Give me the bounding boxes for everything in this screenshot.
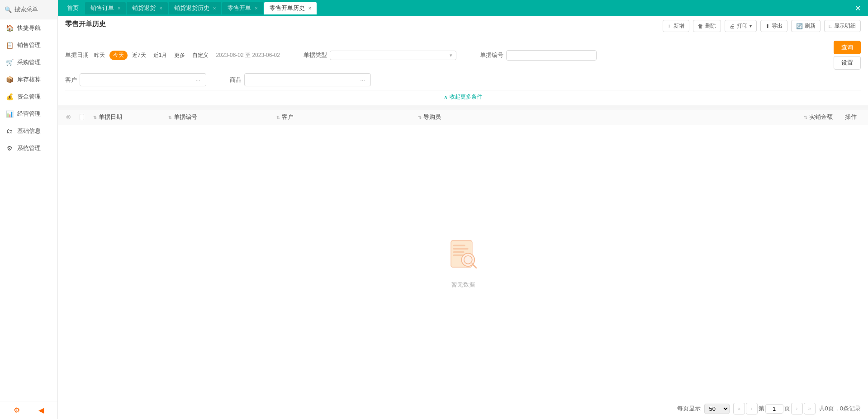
- customer-filter-label: 客户: [65, 76, 77, 84]
- sidebar-search-label: 搜索采单: [14, 5, 38, 14]
- sidebar-item-sys-mgmt[interactable]: ⚙ 系统管理: [0, 140, 57, 157]
- goods-dots-icon[interactable]: ···: [358, 75, 367, 85]
- col-header-settings[interactable]: [62, 110, 75, 124]
- col-header-check[interactable]: [75, 110, 89, 124]
- col-guide-label: 导购员: [423, 113, 441, 121]
- sidebar-item-basic-info[interactable]: 🗂 基础信息: [0, 122, 57, 140]
- page-next-button[interactable]: ›: [791, 403, 803, 414]
- sidebar-search[interactable]: 🔍 搜索采单: [0, 0, 57, 19]
- empty-illustration: [443, 235, 484, 275]
- filter-row-2: 客户 ··· 商品 ···: [65, 73, 861, 86]
- type-select[interactable]: ▾: [330, 51, 456, 60]
- sidebar-item-label: 经营管理: [17, 110, 41, 118]
- date-btn-7days[interactable]: 近7天: [129, 51, 149, 60]
- type-select-arrow: ▾: [450, 52, 452, 58]
- home-icon: 🏠: [5, 24, 14, 32]
- export-label: 导出: [772, 22, 783, 30]
- settings-button[interactable]: 设置: [834, 56, 861, 70]
- delete-button[interactable]: 🗑 删除: [693, 20, 721, 32]
- page-prev-button[interactable]: ‹: [746, 403, 758, 414]
- date-btn-custom[interactable]: 自定义: [190, 51, 211, 60]
- basic-icon: 🗂: [5, 127, 14, 135]
- tab-sales-order[interactable]: 销售订单 ×: [85, 2, 126, 14]
- purchase-icon: 🛒: [5, 59, 14, 66]
- goods-filter-label: 商品: [230, 76, 242, 84]
- date-btn-1month[interactable]: 近1月: [151, 51, 170, 60]
- collapse-label: 收起更多条件: [450, 93, 482, 101]
- col-header-customer[interactable]: ⇅ 客户: [272, 109, 413, 125]
- collapse-filter-button[interactable]: ∧ 收起更多条件: [65, 90, 861, 101]
- sidebar-item-label: 销售管理: [17, 41, 41, 49]
- sidebar-item-label: 库存核算: [17, 75, 41, 84]
- number-input[interactable]: [506, 50, 597, 61]
- sidebar-item-ops-mgmt[interactable]: 📊 经营管理: [0, 105, 57, 122]
- customer-input-container[interactable]: ···: [80, 73, 206, 86]
- date-btn-today[interactable]: 今天: [109, 51, 128, 60]
- customer-dots-icon[interactable]: ···: [194, 75, 202, 85]
- sidebar-item-finance-mgmt[interactable]: 💰 资金管理: [0, 88, 57, 105]
- page-number-input[interactable]: [765, 404, 783, 414]
- select-all-checkbox[interactable]: [80, 114, 84, 120]
- display-detail-button[interactable]: □ 显示明细: [824, 20, 861, 32]
- sidebar-item-quick-nav[interactable]: 🏠 快捷导航: [0, 19, 57, 37]
- add-button[interactable]: + 新增: [663, 20, 689, 32]
- number-filter-label: 单据编号: [480, 51, 503, 59]
- tab-sales-return-close[interactable]: ×: [159, 5, 162, 11]
- sidebar-item-purchase-mgmt[interactable]: 🛒 采购管理: [0, 54, 57, 71]
- display-icon: □: [829, 23, 832, 29]
- col-header-action: 操作: [837, 109, 864, 125]
- tab-retail-open-close[interactable]: ×: [255, 5, 257, 11]
- tab-retail-history-close[interactable]: ×: [308, 5, 311, 11]
- col-action-label: 操作: [845, 113, 857, 121]
- sidebar-item-stock-calc[interactable]: 📦 库存核算: [0, 71, 57, 88]
- refresh-label: 刷新: [805, 22, 816, 30]
- sidebar: 🔍 搜索采单 🏠 快捷导航 📋 销售管理 🛒 采购管理 📦 库存核算 💰 资金管…: [0, 0, 58, 419]
- settings-col-icon: [66, 114, 71, 120]
- sidebar-item-sales-mgmt[interactable]: 📋 销售管理: [0, 37, 57, 54]
- filter-dates: 昨天 今天 近7天 近1月 更多 自定义: [91, 51, 211, 60]
- col-header-date[interactable]: ⇅ 单据日期: [89, 109, 164, 125]
- window-close-button[interactable]: ✕: [851, 4, 864, 13]
- filter-customer-item: 客户 ···: [65, 73, 206, 86]
- action-buttons: 查询 设置: [834, 41, 861, 70]
- goods-input-container[interactable]: ···: [244, 73, 371, 86]
- finance-icon: 💰: [5, 93, 14, 100]
- col-header-amount[interactable]: ⇅ 实销金额: [762, 109, 837, 125]
- sidebar-menu: 🏠 快捷导航 📋 销售管理 🛒 采购管理 📦 库存核算 💰 资金管理 📊 经营管…: [0, 19, 57, 401]
- page-nav: « ‹ 第 页 › »: [733, 403, 816, 414]
- empty-text-label: 暂无数据: [451, 281, 475, 289]
- tab-sales-return[interactable]: 销货退货 ×: [127, 2, 167, 14]
- query-button[interactable]: 查询: [834, 41, 861, 54]
- table-section: ⇅ 单据日期 ⇅ 单据编号 ⇅ 客户 ⇅ 导购员 ⇅ 实销: [58, 109, 868, 419]
- tab-retail-history[interactable]: 零售开单历史 ×: [264, 2, 317, 14]
- sidebar-item-label: 基础信息: [17, 127, 41, 135]
- per-page-select[interactable]: 50 100 200: [704, 404, 730, 414]
- sidebar-settings-button[interactable]: ⚙: [14, 406, 20, 414]
- goods-input[interactable]: [248, 76, 358, 83]
- tab-home-label: 首页: [67, 4, 79, 12]
- display-label: 显示明细: [834, 22, 856, 30]
- page-first-button[interactable]: «: [733, 403, 745, 414]
- export-button[interactable]: ⬆ 导出: [760, 20, 787, 32]
- tab-sales-return-history-close[interactable]: ×: [213, 5, 216, 11]
- add-icon: +: [668, 23, 671, 29]
- tab-retail-open-label: 零售开单: [228, 4, 251, 12]
- main-area: 首页 销售订单 × 销货退货 × 销货退货历史 × 零售开单 × 零售开单历史 …: [58, 0, 868, 419]
- tab-sales-return-history[interactable]: 销货退货历史 ×: [169, 2, 221, 14]
- tab-home[interactable]: 首页: [62, 2, 84, 14]
- stock-icon: 📦: [5, 76, 14, 83]
- refresh-button[interactable]: 🔄 刷新: [791, 20, 821, 32]
- col-customer-label: 客户: [282, 113, 294, 121]
- filter-row-1: 单据日期 昨天 今天 近7天 近1月 更多 自定义 2023-06-02 至 2…: [65, 41, 861, 70]
- customer-input[interactable]: [84, 76, 194, 83]
- tab-sales-order-close[interactable]: ×: [118, 5, 120, 11]
- date-btn-more[interactable]: 更多: [171, 51, 188, 60]
- col-header-guide[interactable]: ⇅ 导购员: [413, 109, 489, 125]
- print-button[interactable]: 🖨 打印 ▾: [725, 20, 757, 32]
- tab-retail-open[interactable]: 零售开单 ×: [222, 2, 263, 14]
- page-last-button[interactable]: »: [804, 403, 816, 414]
- col-header-number[interactable]: ⇅ 单据编号: [164, 109, 272, 125]
- add-label: 新增: [674, 22, 684, 30]
- date-btn-yesterday[interactable]: 昨天: [91, 51, 108, 60]
- sidebar-collapse-button[interactable]: ◀: [38, 406, 44, 414]
